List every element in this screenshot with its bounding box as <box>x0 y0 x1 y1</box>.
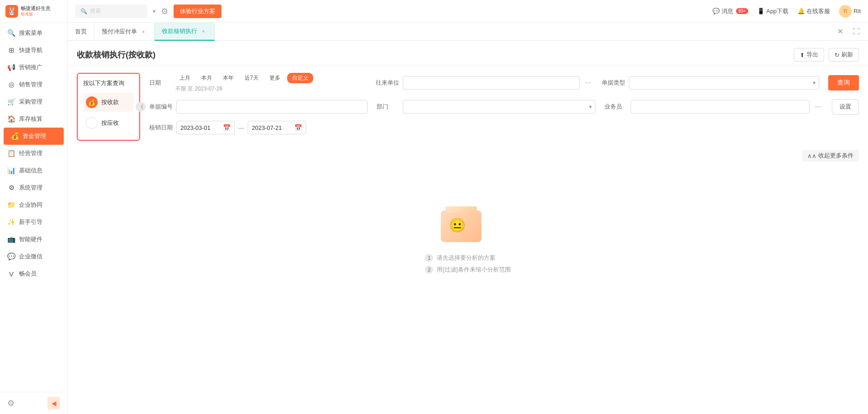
filter-group-counterparty: 往来单位 ··· <box>376 76 593 90</box>
logo-text-area: 畅捷通好生意 标准版 <box>21 5 51 17</box>
sidebar-item-quick-nav[interactable]: ⊞ 快捷导航 <box>0 42 67 59</box>
counterparty-input[interactable] <box>403 76 580 90</box>
topbar-message[interactable]: 💬 消息 99+ <box>712 7 748 15</box>
receivable-icon: ⏱ <box>86 117 98 129</box>
logo-icon: 🐰 <box>5 5 18 18</box>
date-btn-this-month[interactable]: 本月 <box>197 73 216 83</box>
topbar-chevron-icon[interactable]: ▾ <box>153 8 156 14</box>
sidebar-item-system[interactable]: ⚙ 系统管理 <box>0 179 67 196</box>
verify-date-label: 核销日期 <box>149 124 173 132</box>
filter-row-3: 核销日期 📅 — 📅 <box>149 121 859 134</box>
staff-dots[interactable]: ··· <box>813 103 823 111</box>
service-label: 在线客服 <box>807 7 830 15</box>
tab-receipt-verify[interactable]: 收款核销执行 × <box>155 23 215 41</box>
sidebar-item-inventory[interactable]: 🏠 库存核算 <box>0 110 67 128</box>
tabbar-actions: ✕ ⛶ <box>834 25 868 38</box>
counterparty-dots[interactable]: ··· <box>583 79 593 87</box>
topbar-app[interactable]: 📱 App下载 <box>757 7 788 15</box>
sidebar-collapse-btn[interactable]: ◀ <box>47 397 60 409</box>
sidebar-item-member[interactable]: V 畅会员 <box>0 265 67 282</box>
sidebar-nav: 🔍 搜索菜单 ⊞ 快捷导航 📢 营销推广 ◎ 销售管理 🛒 采购管理 🏠 库存核… <box>0 23 67 392</box>
settings-btn[interactable]: 设置 <box>832 99 859 114</box>
nav-icon-enterprise: 📁 <box>7 201 15 209</box>
sidebar-bottom: ⚙ ◀ <box>0 392 67 414</box>
filter-collapse-toggle[interactable]: 《 <box>136 102 146 112</box>
page-actions: ⬆ 导出 ↻ 刷新 <box>794 48 859 62</box>
filter-option-by-receipt[interactable]: 💰 按收款 <box>83 93 134 112</box>
date-no-limit: 不限 至 2023-07-26 <box>175 85 367 93</box>
doctype-select[interactable] <box>629 76 819 90</box>
industry-btn[interactable]: 休验行业方案 <box>174 5 222 18</box>
topbar-user[interactable]: R Rit <box>839 5 861 18</box>
staff-input[interactable] <box>631 100 810 114</box>
tab-prepay-label: 预付冲应付单 <box>102 28 137 36</box>
sidebar-item-operations[interactable]: 📋 经营管理 <box>0 145 67 162</box>
sidebar-item-wecom[interactable]: 💬 企业微信 <box>0 248 67 265</box>
date-btn-this-year[interactable]: 本年 <box>219 73 238 83</box>
message-icon: 💬 <box>712 8 720 14</box>
search-placeholder: 搜索 <box>90 7 101 15</box>
verify-date-from-wrap: 📅 <box>176 121 235 134</box>
sidebar-item-guide[interactable]: ✨ 新手引导 <box>0 214 67 231</box>
sidebar-item-finance[interactable]: 💰 资金管理 <box>4 128 64 145</box>
sidebar-item-base-info[interactable]: 📊 基础信息 <box>0 162 67 179</box>
filter-option-by-receivable[interactable]: ⏱ 按应收 <box>83 114 134 133</box>
topbar-search[interactable]: 🔍 搜索 <box>75 5 147 18</box>
sidebar-logo: 🐰 畅捷通好生意 标准版 <box>0 0 67 23</box>
sidebar-item-purchase[interactable]: 🛒 采购管理 <box>0 93 67 110</box>
nav-label-sales: 销售管理 <box>19 81 42 89</box>
tab-home[interactable]: 首页 <box>68 23 94 41</box>
sidebar-item-hardware[interactable]: 📺 智能硬件 <box>0 231 67 248</box>
sidebar-item-search[interactable]: 🔍 搜索菜单 <box>0 24 67 42</box>
verify-date-to[interactable] <box>252 124 292 131</box>
refresh-btn[interactable]: ↻ 刷新 <box>829 48 859 62</box>
collapse-more-btn[interactable]: ∧∧ 收起更多条件 <box>802 150 859 162</box>
date-btn-custom[interactable]: 自定义 <box>287 73 313 83</box>
query-btn[interactable]: 查询 <box>828 75 859 90</box>
receipt-icon: 💰 <box>86 96 98 108</box>
dept-select-wrap: ▾ <box>403 100 595 114</box>
export-btn[interactable]: ⬆ 导出 <box>794 48 824 62</box>
sidebar-item-sales[interactable]: ◎ 销售管理 <box>0 76 67 93</box>
message-label: 消息 <box>722 7 733 15</box>
app-icon: 📱 <box>757 8 764 14</box>
dept-select[interactable] <box>403 100 595 114</box>
date-btn-last-month[interactable]: 上月 <box>175 73 194 83</box>
verify-date-to-icon[interactable]: 📅 <box>294 124 302 131</box>
doctype-select-wrap: ▾ <box>629 76 819 90</box>
content-area: 收款核销执行(按收款) ⬆ 导出 ↻ 刷新 按以下方案查询 <box>68 41 868 414</box>
docno-input[interactable] <box>176 100 368 114</box>
filter-area: 按以下方案查询 💰 按收款 ⏱ 按应收 《 <box>68 66 868 148</box>
topbar-service[interactable]: 🔔 在线客服 <box>797 7 830 15</box>
tab-close-all-btn[interactable]: ✕ <box>834 25 846 38</box>
tab-receipt-label: 收款核销执行 <box>162 27 197 35</box>
filter-fields: 日期 上月 本月 本年 近7天 更多 自定义 不限 至 <box>149 73 859 141</box>
verify-date-from-icon[interactable]: 📅 <box>223 124 231 131</box>
sidebar-settings-icon[interactable]: ⚙ <box>7 398 14 408</box>
settings-btn-area: 设置 <box>832 99 859 114</box>
sidebar-item-marketing[interactable]: 📢 营销推广 <box>0 59 67 76</box>
logo-edition: 标准版 <box>21 11 51 17</box>
tab-receipt-close[interactable]: × <box>200 28 207 35</box>
tab-prepay-bill[interactable]: 预付冲应付单 × <box>94 23 155 41</box>
query-btn-area: 查询 <box>828 75 859 90</box>
refresh-label: 刷新 <box>841 51 853 59</box>
verify-date-range: 📅 — 📅 <box>176 121 306 134</box>
nav-icon-base-info: 📊 <box>7 167 15 175</box>
sidebar-item-enterprise[interactable]: 📁 企业协同 <box>0 196 67 214</box>
tab-prepay-close[interactable]: × <box>140 28 147 35</box>
counterparty-label: 往来单位 <box>376 79 399 87</box>
filter-group-docno: 单据编号 <box>149 100 368 114</box>
filter-group-date: 日期 上月 本月 本年 近7天 更多 自定义 不限 至 <box>149 73 367 93</box>
date-btn-more[interactable]: 更多 <box>265 73 284 83</box>
doctype-label: 单据类型 <box>602 79 625 87</box>
sidebar: 🐰 畅捷通好生意 标准版 🔍 搜索菜单 ⊞ 快捷导航 📢 营销推广 ◎ 销售管理… <box>0 0 68 414</box>
filter-group-staff: 业务员 ··· <box>604 100 823 114</box>
verify-date-from[interactable] <box>180 124 221 131</box>
staff-label: 业务员 <box>604 103 627 111</box>
message-badge: 99+ <box>736 8 748 14</box>
nav-icon-hardware: 📺 <box>7 235 15 243</box>
date-btn-7days[interactable]: 近7天 <box>241 73 263 83</box>
tab-maximize-btn[interactable]: ⛶ <box>850 25 863 38</box>
topbar-gear-icon[interactable]: ⚙ <box>161 6 168 16</box>
